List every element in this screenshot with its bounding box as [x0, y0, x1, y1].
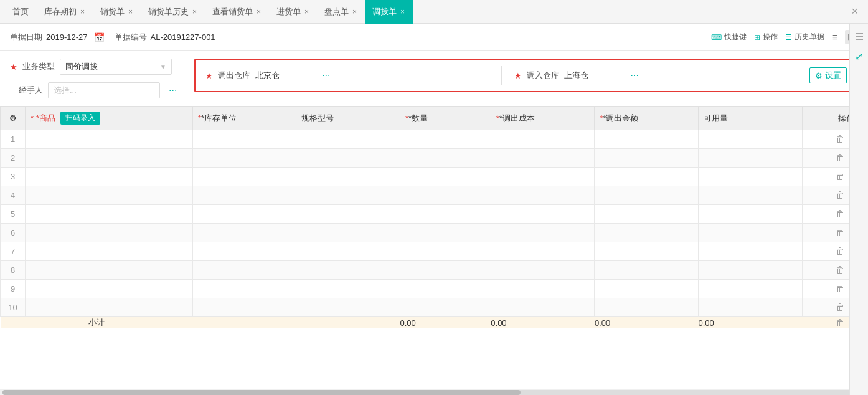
row-spec-8[interactable]: [296, 261, 400, 280]
row-delete-btn-5[interactable]: 🗑: [836, 209, 844, 219]
row-available-3[interactable]: [698, 168, 802, 186]
row-cost-8[interactable]: [491, 261, 595, 280]
row-cost-10[interactable]: [491, 298, 595, 317]
row-amount-8[interactable]: [595, 261, 699, 280]
tab-close-inventory-init[interactable]: ×: [80, 7, 85, 16]
tab-inventory-count[interactable]: 盘点单 ×: [317, 0, 365, 24]
row-delete-btn-7[interactable]: 🗑: [836, 246, 844, 256]
row-delete-btn-9[interactable]: 🗑: [836, 283, 844, 293]
row-available-5[interactable]: [698, 205, 802, 224]
table-row[interactable]: 5 🗑 ⧉: [1, 205, 868, 224]
row-qty-10[interactable]: [400, 298, 491, 317]
settings-button[interactable]: ⚙ 设置: [809, 67, 847, 83]
row-spec-1[interactable]: [296, 130, 400, 149]
row-unit-10[interactable]: [192, 298, 296, 317]
row-product-9[interactable]: [26, 280, 193, 298]
row-product-3[interactable]: [26, 168, 193, 186]
row-qty-1[interactable]: [400, 130, 491, 149]
row-available-10[interactable]: [698, 298, 802, 317]
row-qty-9[interactable]: [400, 280, 491, 298]
scrollbar-thumb[interactable]: [2, 390, 521, 395]
history-btn[interactable]: ☰ 历史单据: [785, 32, 824, 42]
row-spec-6[interactable]: [296, 224, 400, 242]
row-delete-btn-3[interactable]: 🗑: [836, 171, 844, 181]
table-row[interactable]: 10 🗑 ⧉: [1, 298, 868, 317]
tab-transfer-order[interactable]: 调拨单 ×: [365, 0, 413, 24]
table-row[interactable]: 7 🗑 ⧉: [1, 242, 868, 261]
row-delete-btn-4[interactable]: 🗑: [836, 190, 844, 200]
row-delete-btn-8[interactable]: 🗑: [836, 265, 844, 275]
row-unit-7[interactable]: [192, 242, 296, 261]
row-amount-1[interactable]: [595, 130, 699, 149]
row-amount-5[interactable]: [595, 205, 699, 224]
scan-button[interactable]: 扫码录入: [60, 112, 100, 125]
row-qty-3[interactable]: [400, 168, 491, 186]
tab-sales-history[interactable]: 销货单历史 ×: [141, 0, 205, 24]
handler-input[interactable]: 选择...: [48, 82, 160, 98]
row-amount-6[interactable]: [595, 224, 699, 242]
transfer-out-more-btn[interactable]: ···: [322, 70, 330, 81]
row-qty-7[interactable]: [400, 242, 491, 261]
operations-btn[interactable]: ⊞ 操作: [754, 32, 778, 42]
row-delete-btn-2[interactable]: 🗑: [836, 153, 844, 163]
row-qty-2[interactable]: [400, 149, 491, 168]
row-unit-2[interactable]: [192, 149, 296, 168]
row-product-10[interactable]: [26, 298, 193, 317]
row-qty-4[interactable]: [400, 186, 491, 205]
shortcuts-btn[interactable]: ⌨ 快捷键: [711, 32, 747, 42]
row-cost-7[interactable]: [491, 242, 595, 261]
tab-purchase-order[interactable]: 进货单 ×: [269, 0, 317, 24]
row-delete-btn-6[interactable]: 🗑: [836, 227, 844, 237]
row-product-8[interactable]: [26, 261, 193, 280]
row-qty-6[interactable]: [400, 224, 491, 242]
table-row[interactable]: 9 🗑 ⧉: [1, 280, 868, 298]
tab-sales-order[interactable]: 销货单 ×: [93, 0, 141, 24]
row-spec-3[interactable]: [296, 168, 400, 186]
table-row[interactable]: 1 🗑 ⧉: [1, 130, 868, 149]
row-product-5[interactable]: [26, 205, 193, 224]
row-cost-5[interactable]: [491, 205, 595, 224]
row-spec-9[interactable]: [296, 280, 400, 298]
row-unit-8[interactable]: [192, 261, 296, 280]
row-amount-3[interactable]: [595, 168, 699, 186]
table-row[interactable]: 6 🗑 ⧉: [1, 224, 868, 242]
row-amount-9[interactable]: [595, 280, 699, 298]
sidebar-expand-icon[interactable]: ⤢: [855, 50, 863, 62]
row-spec-7[interactable]: [296, 242, 400, 261]
row-unit-5[interactable]: [192, 205, 296, 224]
row-cost-6[interactable]: [491, 224, 595, 242]
sidebar-list-icon[interactable]: ☰: [855, 31, 864, 43]
row-available-9[interactable]: [698, 280, 802, 298]
row-product-4[interactable]: [26, 186, 193, 205]
row-product-6[interactable]: [26, 224, 193, 242]
row-cost-3[interactable]: [491, 168, 595, 186]
row-qty-8[interactable]: [400, 261, 491, 280]
row-unit-3[interactable]: [192, 168, 296, 186]
row-qty-5[interactable]: [400, 205, 491, 224]
row-amount-7[interactable]: [595, 242, 699, 261]
row-product-1[interactable]: [26, 130, 193, 149]
row-spec-10[interactable]: [296, 298, 400, 317]
row-available-6[interactable]: [698, 224, 802, 242]
horizontal-scrollbar[interactable]: [0, 389, 868, 395]
tab-inventory-init[interactable]: 库存期初 ×: [37, 0, 93, 24]
row-product-7[interactable]: [26, 242, 193, 261]
table-row[interactable]: 4 🗑 ⧉: [1, 186, 868, 205]
tab-close-inventory-count[interactable]: ×: [352, 7, 357, 16]
row-delete-btn-10[interactable]: 🗑: [836, 302, 844, 312]
table-row[interactable]: 2 🗑 ⧉: [1, 149, 868, 168]
row-spec-5[interactable]: [296, 205, 400, 224]
tab-close-sales-order[interactable]: ×: [128, 7, 133, 16]
handler-more-btn[interactable]: ···: [169, 85, 177, 96]
row-available-1[interactable]: [698, 130, 802, 149]
row-spec-4[interactable]: [296, 186, 400, 205]
row-available-7[interactable]: [698, 242, 802, 261]
row-unit-9[interactable]: [192, 280, 296, 298]
calendar-icon[interactable]: 📅: [94, 32, 105, 42]
row-cost-4[interactable]: [491, 186, 595, 205]
row-product-2[interactable]: [26, 149, 193, 168]
th-settings[interactable]: ⚙: [1, 107, 26, 130]
row-available-8[interactable]: [698, 261, 802, 280]
row-delete-btn-1[interactable]: 🗑: [836, 134, 844, 144]
table-row[interactable]: 3 🗑 ⧉: [1, 168, 868, 186]
